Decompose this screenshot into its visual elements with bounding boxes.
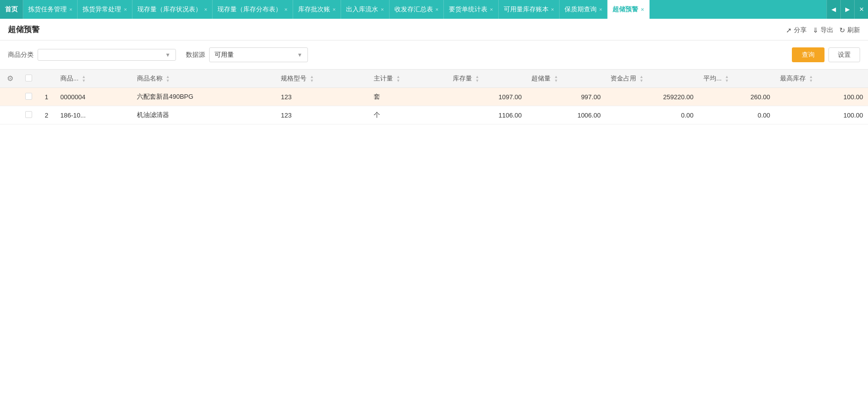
query-button[interactable]: 查询 (792, 47, 825, 62)
nav-tab-10[interactable]: 保质期查询 × (560, 0, 608, 19)
close-icon[interactable]: × (69, 6, 72, 12)
row-product-code: 0000004 (55, 88, 132, 106)
row-product-code: 186-10... (55, 106, 132, 124)
sort-icon: ▲▼ (475, 75, 479, 83)
tab-label: 可用量库存账本 (504, 5, 549, 14)
sort-icon: ▲▼ (640, 75, 644, 83)
filter-actions: 查询 设置 (792, 47, 860, 62)
nav-tab-1[interactable]: 拣货任务管理 × (23, 0, 78, 19)
unit-col-header[interactable]: 主计量 ▲▼ (369, 70, 448, 88)
row-stock: 1097.00 (448, 88, 527, 106)
export-label: 导出 (821, 26, 833, 35)
settings-button[interactable]: 设置 (828, 47, 860, 62)
tab-label: 拣货异常处理 (83, 5, 121, 14)
sort-icon: ▲▼ (554, 75, 558, 83)
nav-next-button[interactable]: ▶ (840, 0, 854, 19)
row-unit: 套 (369, 88, 448, 106)
close-icon[interactable]: × (490, 6, 493, 12)
nav-tab-4[interactable]: 现存量（库存分布表） × (213, 0, 293, 19)
share-label: 分享 (794, 26, 807, 35)
row-capital: 259220.00 (606, 88, 698, 106)
table-header-row: ⚙ 商品... ▲▼ 商品名称 ▲▼ 规格型号 (0, 70, 868, 88)
tab-label: 出入库流水 (346, 5, 378, 14)
nav-tab-3[interactable]: 现存量（库存状况表） × (132, 0, 213, 19)
nav-arrow-group: ◀ ▶ ✕ (826, 0, 868, 19)
sort-icon: ▲▼ (166, 75, 170, 83)
close-icon[interactable]: × (204, 6, 207, 12)
close-icon[interactable]: × (284, 6, 287, 12)
row-max-stock: 100.00 (775, 106, 868, 124)
select-all-checkbox[interactable] (25, 75, 32, 81)
row-index: 2 (38, 106, 55, 124)
col-label: 最高库存 (780, 75, 806, 82)
sort-icon: ▲▼ (310, 75, 314, 83)
close-icon[interactable]: × (333, 6, 336, 12)
sort-icon: ▲▼ (82, 75, 86, 83)
row-capital: 0.00 (606, 106, 698, 124)
tab-label: 现存量（库存分布表） (217, 5, 282, 14)
row-settings-cell (0, 88, 20, 106)
sort-icon: ▲▼ (396, 75, 400, 83)
nav-tab-8[interactable]: 要货单统计表 × (444, 0, 498, 19)
col-label: 规格型号 (281, 75, 306, 82)
share-button[interactable]: ➚ 分享 (786, 26, 807, 35)
col-label: 商品... (60, 75, 79, 82)
datasource-select[interactable]: 可用量 ▼ (209, 47, 308, 62)
tab-label: 超储预警 (612, 5, 638, 14)
spec-col-header[interactable]: 规格型号 ▲▼ (276, 70, 369, 88)
row-avg: 0.00 (698, 106, 775, 124)
row-overstock: 997.00 (526, 88, 606, 106)
avg-col-header[interactable]: 平均... ▲▼ (698, 70, 775, 88)
overstock-col-header[interactable]: 超储量 ▲▼ (526, 70, 606, 88)
product-code-col-header[interactable]: 商品... ▲▼ (55, 70, 132, 88)
page-actions: ➚ 分享 ⇓ 导出 ↻ 刷新 (786, 26, 860, 35)
row-checkbox[interactable] (25, 111, 32, 118)
close-icon[interactable]: × (599, 6, 602, 12)
col-label: 主计量 (374, 75, 393, 82)
sort-icon: ▲▼ (725, 75, 729, 83)
data-table: ⚙ 商品... ▲▼ 商品名称 ▲▼ 规格型号 (0, 69, 868, 124)
row-checkbox[interactable] (25, 93, 32, 100)
stock-col-header[interactable]: 库存量 ▲▼ (448, 70, 527, 88)
nav-tab-2[interactable]: 拣货异常处理 × (78, 0, 132, 19)
settings-col-header: ⚙ (0, 70, 20, 88)
row-stock: 1106.00 (448, 106, 527, 124)
close-icon[interactable]: × (381, 6, 384, 12)
table-row: 1 0000004 六配套新昌490BPG 123 套 1097.00 997.… (0, 88, 868, 106)
home-label: 首页 (5, 5, 18, 14)
close-icon[interactable]: × (641, 6, 644, 12)
close-icon[interactable]: × (124, 6, 127, 12)
table-container: ⚙ 商品... ▲▼ 商品名称 ▲▼ 规格型号 (0, 69, 868, 124)
max-stock-col-header[interactable]: 最高库存 ▲▼ (775, 70, 868, 88)
category-select[interactable]: ▼ (38, 49, 176, 61)
refresh-icon: ↻ (839, 26, 845, 34)
datasource-value: 可用量 (215, 50, 234, 59)
nav-tab-11-active[interactable]: 超储预警 × (608, 0, 649, 19)
row-overstock: 1006.00 (526, 106, 606, 124)
category-filter: 商品分类 ▼ (8, 49, 176, 61)
close-icon[interactable]: × (551, 6, 554, 12)
tab-label: 要货单统计表 (449, 5, 487, 14)
refresh-button[interactable]: ↻ 刷新 (839, 26, 860, 35)
nav-close-button[interactable]: ✕ (854, 0, 868, 19)
nav-home[interactable]: 首页 (0, 0, 23, 19)
tab-label: 拣货任务管理 (28, 5, 67, 14)
export-button[interactable]: ⇓ 导出 (813, 26, 833, 35)
settings-icon[interactable]: ⚙ (7, 74, 13, 82)
row-max-stock: 100.00 (775, 88, 868, 106)
nav-tab-7[interactable]: 收发存汇总表 × (390, 0, 444, 19)
checkbox-col-header (20, 70, 38, 88)
nav-prev-button[interactable]: ◀ (826, 0, 840, 19)
capital-col-header[interactable]: 资金占用 ▲▼ (606, 70, 698, 88)
page-content: 超储预警 ➚ 分享 ⇓ 导出 ↻ 刷新 商品分类 ▼ 数据源 (0, 19, 868, 395)
refresh-label: 刷新 (847, 26, 860, 35)
product-name-col-header[interactable]: 商品名称 ▲▼ (132, 70, 276, 88)
row-spec: 123 (276, 106, 369, 124)
close-icon[interactable]: × (435, 6, 438, 12)
nav-tab-5[interactable]: 库存批次账 × (293, 0, 341, 19)
nav-tab-6[interactable]: 出入库流水 × (341, 0, 389, 19)
page-header: 超储预警 ➚ 分享 ⇓ 导出 ↻ 刷新 (0, 19, 868, 40)
col-label: 资金占用 (610, 75, 636, 82)
nav-tab-9[interactable]: 可用量库存账本 × (499, 0, 560, 19)
category-label: 商品分类 (8, 50, 34, 59)
